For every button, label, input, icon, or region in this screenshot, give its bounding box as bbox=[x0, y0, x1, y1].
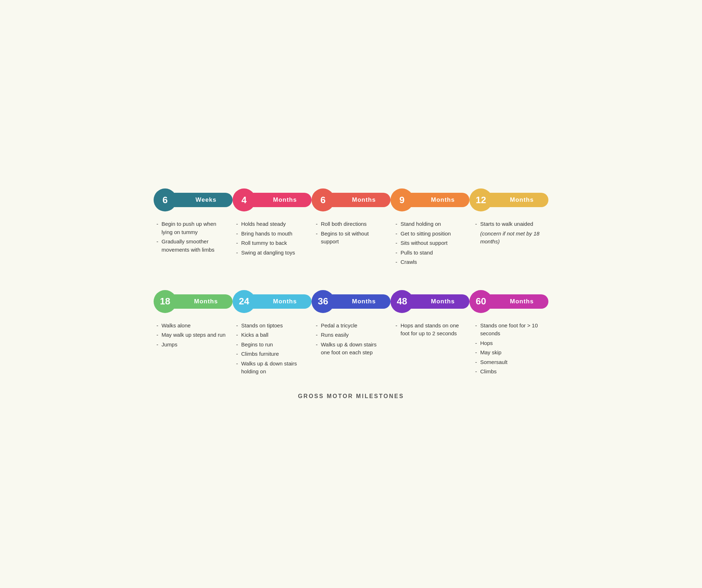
list-item: Roll tummy to back bbox=[236, 239, 306, 247]
list-item: Starts to walk unaided bbox=[475, 220, 545, 228]
list-item: Hops bbox=[475, 339, 545, 347]
timeline-bar-1: Months bbox=[253, 193, 312, 207]
timeline-bar-3: Months bbox=[411, 294, 469, 309]
timeline-circle-1: 24 bbox=[233, 290, 256, 313]
list-item: Begins to run bbox=[236, 341, 306, 349]
list-item: Stands on tiptoes bbox=[236, 322, 306, 330]
timeline-bar-2: Months bbox=[332, 294, 390, 309]
timeline-row-1: 6Weeks4Months6Months9Months12Months bbox=[154, 188, 548, 211]
list-item: Climbs furniture bbox=[236, 350, 306, 358]
content-cell-3: Stand holding onGet to sitting positionS… bbox=[393, 215, 469, 273]
timeline-segment-4: 12Months bbox=[469, 188, 548, 211]
content-cell-1: Holds head steadyBring hands to mouthRol… bbox=[233, 215, 309, 273]
list-item: Walks up & down stairs one foot on each … bbox=[316, 341, 385, 357]
content-cell-0: Begin to push up when lying on tummyGrad… bbox=[154, 215, 230, 273]
list-item: Roll both directions bbox=[316, 220, 385, 228]
timeline-circle-2: 36 bbox=[312, 290, 334, 313]
content-grid-2: Walks aloneMay walk up steps and runJump… bbox=[154, 317, 548, 382]
content-cell-4: Starts to walk unaided(concern if not me… bbox=[472, 215, 548, 273]
timeline-segment-2: 36Months bbox=[312, 290, 390, 313]
list-item: Climbs bbox=[475, 368, 545, 376]
timeline-bar-0: Weeks bbox=[174, 193, 233, 207]
list-item: Sits without support bbox=[396, 239, 465, 247]
cell-note: (concern if not met by 18 months) bbox=[475, 230, 545, 246]
timeline-segment-2: 6Months bbox=[312, 188, 390, 211]
content-grid-1: Begin to push up when lying on tummyGrad… bbox=[154, 215, 548, 273]
list-item: May skip bbox=[475, 349, 545, 357]
list-item: Stands one foot for > 10 seconds bbox=[475, 322, 545, 338]
timeline-circle-4: 60 bbox=[469, 290, 492, 313]
list-item: Begins to sit without support bbox=[316, 230, 385, 246]
list-item: Holds head steady bbox=[236, 220, 306, 228]
list-item: Stand holding on bbox=[396, 220, 465, 228]
list-item: Pulls to stand bbox=[396, 249, 465, 257]
timeline-bar-3: Months bbox=[411, 193, 469, 207]
list-item: Runs easily bbox=[316, 331, 385, 339]
timeline-circle-4: 12 bbox=[469, 188, 492, 211]
list-item: May walk up steps and run bbox=[156, 331, 226, 339]
timeline-segment-0: 6Weeks bbox=[154, 188, 233, 211]
content-cell-1: Stands on tiptoesKicks a ballBegins to r… bbox=[233, 317, 309, 382]
timeline-segment-3: 9Months bbox=[390, 188, 469, 211]
timeline-segment-0: 18Months bbox=[154, 290, 233, 313]
content-cell-3: Hops and stands on one foot for up to 2 … bbox=[393, 317, 469, 382]
list-item: Hops and stands on one foot for up to 2 … bbox=[396, 322, 465, 338]
timeline-circle-2: 6 bbox=[312, 188, 334, 211]
content-cell-2: Roll both directionsBegins to sit withou… bbox=[313, 215, 389, 273]
timeline-segment-4: 60Months bbox=[469, 290, 548, 313]
timeline-circle-3: 48 bbox=[390, 290, 413, 313]
content-cell-0: Walks aloneMay walk up steps and runJump… bbox=[154, 317, 230, 382]
list-item: Kicks a ball bbox=[236, 331, 306, 339]
timeline-segment-1: 4Months bbox=[233, 188, 312, 211]
content-cell-4: Stands one foot for > 10 secondsHopsMay … bbox=[472, 317, 548, 382]
timeline-bar-4: Months bbox=[490, 193, 548, 207]
timeline-circle-0: 18 bbox=[154, 290, 177, 313]
list-item: Jumps bbox=[156, 341, 226, 349]
list-item: Begin to push up when lying on tummy bbox=[156, 220, 226, 236]
list-item: Bring hands to mouth bbox=[236, 230, 306, 238]
timeline-circle-0: 6 bbox=[154, 188, 177, 211]
list-item: Pedal a tricycle bbox=[316, 322, 385, 330]
list-item: Swing at dangling toys bbox=[236, 249, 306, 257]
timeline-bar-4: Months bbox=[490, 294, 548, 309]
list-item: Gradually smoother movements with limbs bbox=[156, 238, 226, 254]
chart-title: GROSS MOTOR MILESTONES bbox=[154, 393, 548, 400]
chart-container: 6Weeks4Months6Months9Months12Months Begi… bbox=[154, 188, 548, 400]
list-item: Get to sitting position bbox=[396, 230, 465, 238]
timeline-bar-2: Months bbox=[332, 193, 390, 207]
list-item: Walks alone bbox=[156, 322, 226, 330]
timeline-circle-1: 4 bbox=[233, 188, 256, 211]
timeline-circle-3: 9 bbox=[390, 188, 413, 211]
timeline-segment-1: 24Months bbox=[233, 290, 312, 313]
list-item: Crawls bbox=[396, 258, 465, 266]
timeline-segment-3: 48Months bbox=[390, 290, 469, 313]
timeline-row-2: 18Months24Months36Months48Months60Months bbox=[154, 290, 548, 313]
timeline-bar-1: Months bbox=[253, 294, 312, 309]
list-item: Somersault bbox=[475, 358, 545, 367]
content-cell-2: Pedal a tricycleRuns easilyWalks up & do… bbox=[313, 317, 389, 382]
list-item: Walks up & down stairs holding on bbox=[236, 360, 306, 376]
timeline-bar-0: Months bbox=[174, 294, 233, 309]
